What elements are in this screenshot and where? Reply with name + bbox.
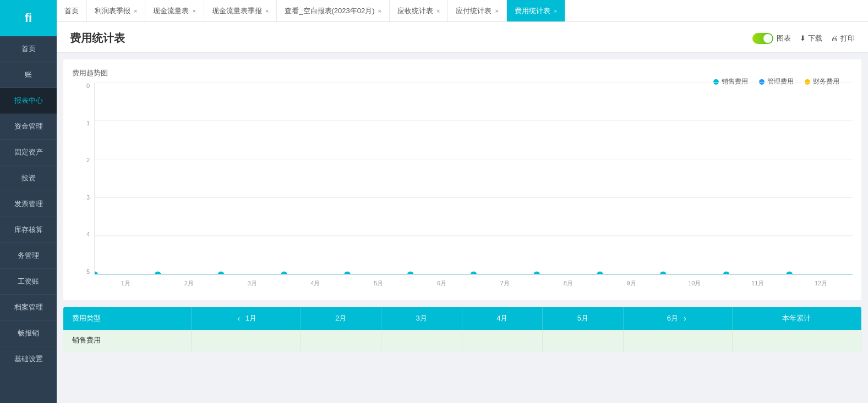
- tab-bar: 首页 利润表季报 × 现金流量表 × 现金流量表季报 × 查看_空白报表(202…: [57, 0, 868, 22]
- x-label-2: 2月: [157, 279, 221, 288]
- svg-point-7: [281, 272, 287, 274]
- col-month-2: 2月: [301, 307, 381, 330]
- svg-point-9: [407, 272, 413, 274]
- y-label-5: 5: [86, 268, 90, 275]
- sidebar-item-fund-management[interactable]: 资金管理: [0, 114, 57, 140]
- sidebar-item-investment[interactable]: 投资: [0, 165, 57, 191]
- tab-close-payable[interactable]: ×: [495, 8, 498, 14]
- svg-point-12: [597, 272, 603, 274]
- col-month-1: ‹ 1月: [192, 307, 301, 330]
- sidebar-item-account[interactable]: 账: [0, 62, 57, 88]
- tab-home[interactable]: 首页: [57, 0, 87, 21]
- table-row-sales: 销售费用: [63, 330, 861, 351]
- x-label-6: 6月: [410, 279, 473, 288]
- col-month-6: 6月 ›: [623, 307, 732, 330]
- y-label-1: 1: [86, 120, 90, 126]
- col-1-nav: ‹ 1月: [200, 313, 291, 323]
- y-label-3: 3: [86, 194, 90, 201]
- cell-m1: [192, 330, 301, 351]
- print-button[interactable]: 🖨 打印: [831, 34, 855, 43]
- table-section: 费用类型 ‹ 1月 2月 3月 4月 5月: [63, 307, 861, 351]
- x-label-10: 10月: [663, 279, 726, 288]
- main-area: 首页 利润表季报 × 现金流量表 × 现金流量表季报 × 查看_空白报表(202…: [57, 0, 868, 403]
- tab-cash-flow-quarterly[interactable]: 现金流量表季报 ×: [204, 0, 277, 21]
- x-label-1: 1月: [94, 279, 157, 288]
- sidebar-item-archive-management[interactable]: 档案管理: [0, 295, 57, 321]
- tab-close-receivable[interactable]: ×: [436, 8, 440, 14]
- tab-close-expense[interactable]: ×: [554, 8, 557, 14]
- next-month-button[interactable]: ›: [681, 314, 689, 323]
- y-axis: 5 4 3 2 1 0: [72, 82, 94, 275]
- svg-point-10: [471, 272, 477, 274]
- sidebar-item-basic-settings[interactable]: 基础设置: [0, 346, 57, 372]
- x-label-5: 5月: [347, 279, 410, 288]
- y-label-0: 0: [86, 82, 90, 89]
- print-icon: 🖨: [831, 34, 838, 42]
- sidebar-item-payroll[interactable]: 工资账: [0, 269, 57, 295]
- page-content: 费用统计表 图表 ⬇ 下载 🖨 打印 费用趋势图: [57, 22, 868, 403]
- col-month-5: 5月: [543, 307, 624, 330]
- sidebar-item-invoice-management[interactable]: 发票管理: [0, 191, 57, 217]
- sidebar-item-report-center[interactable]: 报表中心: [0, 88, 57, 114]
- sidebar: fi 首页 账 报表中心 资金管理 固定资产 投资 发票管理 库存核算 务管理 …: [0, 0, 57, 403]
- cell-m3: [381, 330, 462, 351]
- col-month-3: 3月: [381, 307, 462, 330]
- download-button[interactable]: ⬇ 下载: [800, 34, 822, 43]
- tab-cash-flow[interactable]: 现金流量表 ×: [145, 0, 204, 21]
- sidebar-item-fixed-assets[interactable]: 固定资产: [0, 140, 57, 165]
- tab-close-profit-quarterly[interactable]: ×: [134, 8, 137, 14]
- col-ytd: 本年累计: [732, 307, 861, 330]
- chart-toggle[interactable]: [752, 33, 773, 44]
- x-label-8: 8月: [537, 279, 600, 288]
- tab-profit-quarterly[interactable]: 利润表季报 ×: [87, 0, 145, 21]
- x-label-11: 11月: [726, 279, 789, 288]
- sidebar-item-inventory[interactable]: 库存核算: [0, 217, 57, 243]
- svg-point-4: [95, 272, 98, 274]
- cell-m5: [543, 330, 624, 351]
- page-title: 费用统计表: [70, 31, 125, 46]
- cell-ytd: [732, 330, 861, 351]
- svg-point-8: [344, 272, 350, 274]
- x-label-7: 7月: [473, 279, 537, 288]
- sidebar-logo: fi: [0, 0, 57, 36]
- sidebar-item-home[interactable]: 首页: [0, 36, 57, 62]
- header-actions: 图表 ⬇ 下载 🖨 打印: [752, 33, 855, 44]
- col-expense-type: 费用类型: [63, 307, 192, 330]
- chart-section: 费用趋势图 销售费用 管理费用 财务费用: [63, 59, 861, 300]
- x-label-3: 3月: [221, 279, 284, 288]
- table-header-row: 费用类型 ‹ 1月 2月 3月 4月 5月: [63, 307, 861, 330]
- tab-close-cash-flow[interactable]: ×: [192, 8, 195, 14]
- col-6-nav: 6月 ›: [632, 313, 723, 323]
- tab-expense[interactable]: 费用统计表 ×: [507, 0, 565, 21]
- chart-area: [94, 82, 853, 275]
- tab-close-cash-flow-quarterly[interactable]: ×: [265, 8, 269, 14]
- svg-point-14: [723, 272, 729, 274]
- chart-toggle-wrap: 图表: [752, 33, 791, 44]
- y-label-4: 4: [86, 231, 90, 238]
- y-label-2: 2: [86, 157, 90, 163]
- col-month-4: 4月: [462, 307, 543, 330]
- cell-m6: [623, 330, 732, 351]
- page-header: 费用统计表 图表 ⬇ 下载 🖨 打印: [57, 22, 868, 53]
- tab-close-blank-report[interactable]: ×: [378, 8, 381, 14]
- tab-payable[interactable]: 应付统计表 ×: [448, 0, 506, 21]
- svg-point-13: [660, 272, 666, 274]
- sidebar-item-service-management[interactable]: 务管理: [0, 243, 57, 269]
- sidebar-item-sales[interactable]: 畅报销: [0, 321, 57, 346]
- chart-toggle-label: 图表: [777, 34, 791, 43]
- chart-svg: [95, 82, 853, 274]
- cell-m2: [301, 330, 381, 351]
- svg-point-6: [218, 272, 224, 274]
- x-label-4: 4月: [283, 279, 347, 288]
- tab-blank-report[interactable]: 查看_空白报表(2023年02月) ×: [277, 0, 390, 21]
- x-axis: 1月 2月 3月 4月 5月 6月 7月 8月 9月 10月 11月 12月: [94, 275, 853, 291]
- prev-month-button[interactable]: ‹: [235, 314, 242, 323]
- chart-wrap: 5 4 3 2 1 0: [72, 82, 853, 291]
- x-label-12: 12月: [789, 279, 853, 288]
- x-label-9: 9月: [600, 279, 663, 288]
- tab-receivable[interactable]: 应收统计表 ×: [390, 0, 448, 21]
- svg-point-15: [787, 272, 793, 274]
- cell-m4: [462, 330, 543, 351]
- download-icon: ⬇: [800, 34, 806, 42]
- cell-expense-type: 销售费用: [63, 330, 192, 351]
